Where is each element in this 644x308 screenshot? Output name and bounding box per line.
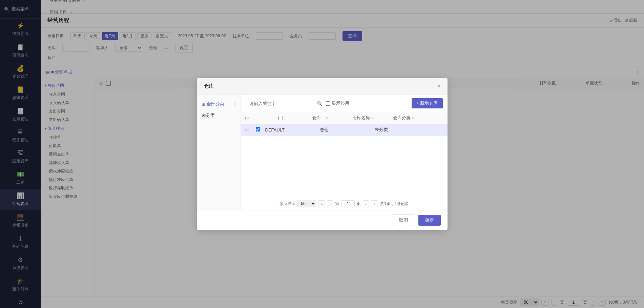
- modal-next-page-btn[interactable]: ›: [363, 200, 369, 207]
- th-code: 仓库... ⇅: [312, 115, 352, 121]
- modal-body: ⊞ 全部分类 《 未分类 🔍 显示停用 + 新增仓库: [197, 95, 448, 210]
- th-category: 仓库分类 ⇅: [393, 115, 443, 121]
- modal-left-panel: ⊞ 全部分类 《 未分类: [197, 95, 241, 210]
- modal-page-suffix: 页: [357, 201, 361, 207]
- row-checkbox-input[interactable]: [256, 127, 260, 131]
- settings-icon-th[interactable]: ⚙: [245, 116, 249, 121]
- modal-close-button[interactable]: ×: [437, 83, 441, 90]
- modal-first-page-btn[interactable]: «: [318, 200, 325, 207]
- sort-cat-icon[interactable]: ⇅: [412, 116, 415, 120]
- modal-page-size-label: 每页显示: [279, 201, 295, 207]
- modal-last-page-btn[interactable]: »: [371, 200, 378, 207]
- modal-page-size-select[interactable]: 501020100: [297, 200, 316, 207]
- row-code: DEFAULT: [265, 127, 320, 132]
- sort-name-icon[interactable]: ⇅: [371, 116, 374, 120]
- show-disabled-label[interactable]: 显示停用: [326, 100, 349, 106]
- modal-search-input[interactable]: [246, 99, 313, 108]
- left-collapse-icon[interactable]: 《: [232, 102, 236, 107]
- th-settings: ⚙: [245, 116, 278, 121]
- row-category: 未分类: [375, 127, 443, 133]
- modal-table: ⚙ 仓库... ⇅ 仓库名称 ⇅: [241, 112, 448, 197]
- modal-page-label: 第: [335, 201, 339, 207]
- modal-total-records: 共1页，1条记录: [380, 201, 409, 207]
- modal-overlay: 仓库 × ⊞ 全部分类 《 未分类 🔍 显示停用: [0, 0, 644, 308]
- row-icon: ⚙: [245, 127, 256, 132]
- modal-prev-page-btn[interactable]: ‹: [327, 200, 333, 207]
- cancel-button[interactable]: 取消: [392, 214, 415, 226]
- modal-page-number-input[interactable]: [341, 200, 355, 207]
- modal-all-categories[interactable]: ⊞ 全部分类 《: [197, 98, 241, 110]
- modal-pagination: 每页显示 501020100 « ‹ 第 页 › » 共1页，1条记录: [241, 197, 448, 210]
- modal-toolbar: 🔍 显示停用 + 新增仓库: [241, 95, 448, 112]
- modal-search-button[interactable]: 🔍: [317, 101, 323, 106]
- modal-select-all[interactable]: [278, 116, 283, 120]
- show-disabled-checkbox[interactable]: [326, 101, 330, 106]
- sort-code-icon[interactable]: ⇅: [326, 116, 329, 120]
- grid-icon-sm: ⊞: [202, 102, 205, 107]
- modal-header: 仓库 ×: [197, 78, 448, 95]
- modal-uncategorized[interactable]: 未分类: [197, 110, 241, 121]
- add-warehouse-button[interactable]: + 新增仓库: [412, 98, 442, 108]
- th-name: 仓库名称 ⇅: [352, 115, 393, 121]
- modal-table-header: ⚙ 仓库... ⇅ 仓库名称 ⇅: [241, 112, 448, 124]
- row-checkbox[interactable]: [256, 127, 265, 132]
- modal-title: 仓库: [204, 83, 214, 89]
- confirm-button[interactable]: 确定: [418, 215, 441, 226]
- modal-footer: 取消 确定: [197, 210, 448, 230]
- warehouse-modal: 仓库 × ⊞ 全部分类 《 未分类 🔍 显示停用: [197, 78, 448, 230]
- modal-right-panel: 🔍 显示停用 + 新增仓库 ⚙: [241, 95, 448, 210]
- th-check: [278, 116, 312, 120]
- row-name: 总仓: [320, 127, 375, 133]
- modal-table-row[interactable]: ⚙ DEFAULT 总仓 未分类: [241, 124, 448, 136]
